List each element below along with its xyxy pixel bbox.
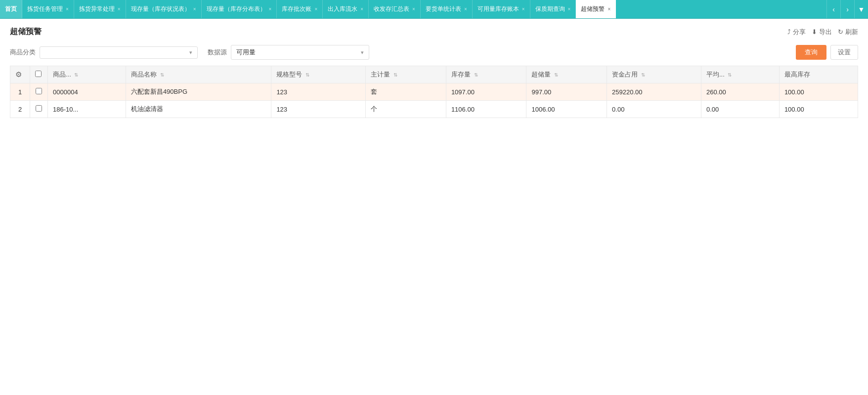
cell-capital: 0.00: [607, 101, 701, 118]
column-header-product-name[interactable]: 商品名称 ⇅: [126, 66, 271, 83]
row-number: 1: [10, 83, 30, 101]
nav-tab-home[interactable]: 首页: [0, 0, 22, 18]
refresh-icon: ↻: [838, 28, 843, 36]
nav-tab-expiry-query[interactable]: 保质期查询 ×: [530, 0, 576, 18]
select-all-checkbox[interactable]: [35, 71, 42, 77]
column-header-max-stock[interactable]: 最高库存: [779, 66, 858, 83]
sort-icon: ⇅: [554, 72, 558, 78]
nav-tab-batch-account[interactable]: 库存批次账 ×: [277, 0, 323, 18]
column-header-avg-price[interactable]: 平均... ⇅: [701, 66, 780, 83]
sort-icon: ⇅: [305, 72, 309, 78]
nav-tab-inventory-dist[interactable]: 现存量（库存分布表） ×: [202, 0, 277, 18]
share-button[interactable]: ⤴ 分享: [787, 28, 806, 37]
nav-tab-summary[interactable]: 收发存汇总表 ×: [369, 0, 421, 18]
column-header-spec[interactable]: 规格型号 ⇅: [271, 66, 366, 83]
close-icon[interactable]: ×: [269, 6, 272, 12]
nav-tab-pick-exception[interactable]: 拣货异常处理 ×: [74, 0, 126, 18]
cell-spec: 123: [271, 101, 366, 118]
cell-unit: 个: [366, 101, 446, 118]
row-checkbox[interactable]: [36, 88, 42, 94]
datasource-select[interactable]: 可用量 ▾: [231, 45, 369, 60]
close-icon[interactable]: ×: [193, 6, 196, 12]
cell-overstock: 1006.00: [526, 101, 607, 118]
close-icon[interactable]: ×: [314, 6, 317, 12]
page-title: 超储预警: [10, 27, 42, 37]
column-header-capital[interactable]: 资金占用 ⇅: [607, 66, 701, 83]
cell-max-stock: 100.00: [779, 83, 858, 101]
cell-avg-price: 260.00: [701, 83, 780, 101]
gear-icon[interactable]: ⚙: [15, 70, 22, 79]
filter-actions: 查询 设置: [796, 45, 858, 60]
close-icon[interactable]: ×: [522, 6, 525, 12]
page-header: 超储预警 ⤴ 分享 ⬇ 导出 ↻ 刷新: [10, 27, 858, 37]
row-checkbox[interactable]: [36, 105, 42, 112]
nav-menu-button[interactable]: ▼: [854, 0, 868, 18]
column-header-checkbox[interactable]: [30, 66, 48, 83]
row-checkbox-cell[interactable]: [30, 101, 48, 118]
query-button[interactable]: 查询: [796, 45, 826, 60]
table-row: 1 0000004 六配套新昌490BPG 123 套 1097.00 997.…: [10, 83, 858, 101]
nav-tab-order-stats[interactable]: 要货单统计表 ×: [421, 0, 473, 18]
refresh-button[interactable]: ↻ 刷新: [838, 28, 858, 37]
cell-avg-price: 0.00: [701, 101, 780, 118]
header-actions: ⤴ 分享 ⬇ 导出 ↻ 刷新: [787, 28, 858, 37]
nav-tab-overstock-warning[interactable]: 超储预警 ×: [576, 0, 616, 18]
category-select[interactable]: ▾: [40, 46, 198, 59]
sort-icon: ⇅: [160, 72, 164, 78]
sort-icon: ⇅: [728, 72, 732, 78]
close-icon[interactable]: ×: [464, 6, 467, 12]
row-checkbox-cell[interactable]: [30, 83, 48, 101]
close-icon[interactable]: ×: [360, 6, 363, 12]
column-header-unit[interactable]: 主计量 ⇅: [366, 66, 446, 83]
cell-unit: 套: [366, 83, 446, 101]
cell-spec: 123: [271, 83, 366, 101]
data-table: ⚙ 商品... ⇅ 商品名称 ⇅ 规格型号 ⇅ 主计量: [10, 66, 858, 118]
nav-arrows: ‹ › ▼: [826, 0, 868, 18]
cell-product-code: 186-10...: [48, 101, 126, 118]
cell-overstock: 997.00: [526, 83, 607, 101]
nav-next-button[interactable]: ›: [840, 0, 854, 18]
chevron-down-icon: ▾: [361, 49, 364, 56]
sort-icon: ⇅: [641, 72, 645, 78]
column-header-stock[interactable]: 库存量 ⇅: [446, 66, 526, 83]
sort-icon: ⇅: [393, 72, 397, 78]
export-button[interactable]: ⬇ 导出: [812, 28, 832, 37]
datasource-select-value: 可用量: [236, 48, 256, 57]
table-header-row: ⚙ 商品... ⇅ 商品名称 ⇅ 规格型号 ⇅ 主计量: [10, 66, 858, 83]
nav-tab-available-ledger[interactable]: 可用量库存账本 ×: [473, 0, 530, 18]
nav-tab-pick-task[interactable]: 拣货任务管理 ×: [22, 0, 74, 18]
cell-max-stock: 100.00: [779, 101, 858, 118]
cell-product-name: 六配套新昌490BPG: [126, 83, 271, 101]
cell-stock: 1106.00: [446, 101, 526, 118]
settings-button[interactable]: 设置: [830, 45, 858, 60]
top-nav: 首页 拣货任务管理 × 拣货异常处理 × 现存量（库存状况表） × 现存量（库存…: [0, 0, 868, 19]
chevron-down-icon: ▾: [189, 49, 192, 56]
column-header-product-code[interactable]: 商品... ⇅: [48, 66, 126, 83]
filter-row: 商品分类 ▾ 数据源 可用量 ▾ 查询 设置: [10, 45, 858, 60]
close-icon[interactable]: ×: [412, 6, 415, 12]
page-content: 超储预警 ⤴ 分享 ⬇ 导出 ↻ 刷新 商品分类 ▾ 数据源: [0, 19, 868, 395]
export-icon: ⬇: [812, 28, 817, 36]
nav-tab-inventory-status[interactable]: 现存量（库存状况表） ×: [126, 0, 202, 18]
cell-capital: 259220.00: [607, 83, 701, 101]
sort-icon: ⇅: [74, 72, 78, 78]
close-icon[interactable]: ×: [66, 6, 69, 12]
share-icon: ⤴: [787, 28, 791, 36]
table-row: 2 186-10... 机油滤清器 123 个 1106.00 1006.00 …: [10, 101, 858, 118]
category-filter: 商品分类 ▾: [10, 46, 198, 59]
category-label: 商品分类: [10, 48, 36, 57]
column-header-settings[interactable]: ⚙: [10, 66, 30, 83]
close-icon[interactable]: ×: [118, 6, 121, 12]
sort-icon: ⇅: [474, 72, 478, 78]
nav-tab-inout-flow[interactable]: 出入库流水 ×: [323, 0, 369, 18]
close-icon[interactable]: ×: [568, 6, 571, 12]
cell-product-code: 0000004: [48, 83, 126, 101]
datasource-label: 数据源: [208, 48, 227, 57]
nav-prev-button[interactable]: ‹: [826, 0, 840, 18]
column-header-overstock[interactable]: 超储量 ⇅: [526, 66, 607, 83]
close-icon[interactable]: ×: [608, 6, 610, 12]
datasource-filter: 数据源 可用量 ▾: [208, 45, 369, 60]
cell-product-name: 机油滤清器: [126, 101, 271, 118]
cell-stock: 1097.00: [446, 83, 526, 101]
row-number: 2: [10, 101, 30, 118]
